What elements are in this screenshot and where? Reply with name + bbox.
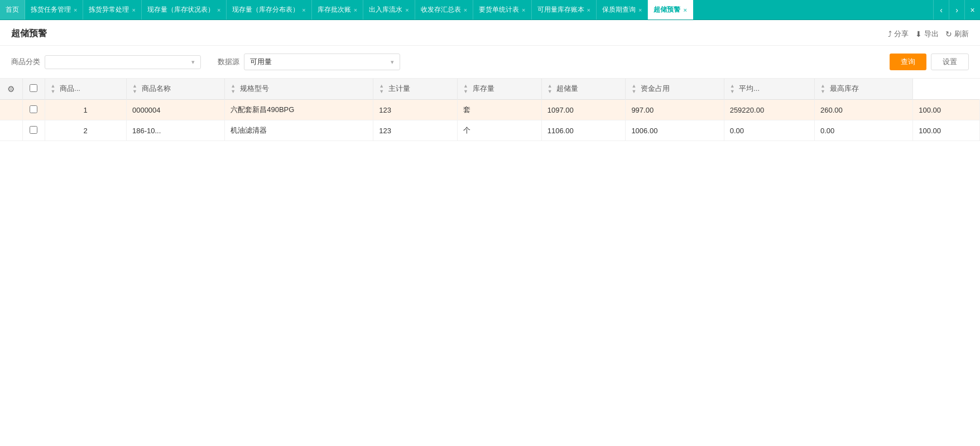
export-button[interactable]: ⬇ 导出 [915, 29, 939, 39]
col-product-name-label: 商品名称 [142, 84, 171, 93]
row-product-code: 0000004 [126, 100, 224, 120]
row-checkbox[interactable] [30, 126, 37, 134]
sort-arrows-stock: ▲▼ [463, 84, 468, 94]
share-label: 分享 [894, 29, 909, 39]
settings-gear-icon[interactable]: ⚙ [7, 84, 15, 94]
share-button[interactable]: ⤴ 分享 [888, 29, 909, 39]
category-filter-group: 商品分类 ▾ [11, 55, 201, 69]
row-capital: 259220.00 [724, 100, 814, 120]
share-icon: ⤴ [888, 30, 892, 38]
nav-item-close-icon[interactable]: × [132, 7, 135, 13]
row-over-stock: 997.00 [626, 100, 724, 120]
filter-actions: 查询 设置 [890, 54, 969, 70]
nav-arrows: ‹ › × [933, 0, 980, 20]
table-wrapper: ⚙ ▲▼ 商品... ▲▼ 商品名称 ▲▼ 规格型号 [0, 79, 980, 141]
nav-item-close-icon[interactable]: × [464, 7, 467, 13]
col-avg[interactable]: ▲▼ 平均... [724, 79, 814, 100]
nav-item-close-icon[interactable]: × [354, 7, 357, 13]
datasource-value: 可用量 [250, 57, 272, 67]
nav-item[interactable]: 现存量（库存分布表） × [227, 0, 311, 20]
col-unit[interactable]: ▲▼ 主计量 [373, 79, 458, 100]
row-checkbox[interactable] [30, 105, 37, 113]
col-stock-label: 库存量 [473, 84, 494, 93]
col-over-stock[interactable]: ▲▼ 超储量 [541, 79, 626, 100]
nav-item[interactable]: 拣货异常处理 × [83, 0, 141, 20]
table-row: 2186-10...机油滤清器123个1106.001006.000.000.0… [0, 120, 980, 141]
query-button[interactable]: 查询 [890, 54, 926, 70]
top-navigation: 首页拣货任务管理 ×拣货异常处理 ×现存量（库存状况表） ×现存量（库存分布表）… [0, 0, 980, 20]
nav-item-close-icon[interactable]: × [405, 7, 409, 13]
page-title: 超储预警 [11, 28, 47, 40]
col-settings: ⚙ [0, 79, 22, 100]
col-max-stock[interactable]: ▲▼ 最高库存 [814, 79, 912, 100]
sort-arrows-unit: ▲▼ [379, 84, 384, 94]
row-unit: 套 [458, 100, 542, 120]
nav-item[interactable]: 超储预警 × [648, 0, 693, 20]
category-chevron-icon: ▾ [191, 59, 195, 66]
refresh-label: 刷新 [954, 29, 969, 39]
datasource-chevron-icon: ▾ [391, 59, 394, 66]
table-header-row: ⚙ ▲▼ 商品... ▲▼ 商品名称 ▲▼ 规格型号 [0, 79, 980, 100]
row-avg: 260.00 [814, 100, 912, 120]
nav-item[interactable]: 拣货任务管理 × [25, 0, 83, 20]
nav-item[interactable]: 库存批次账 × [312, 0, 363, 20]
row-product-code: 186-10... [126, 120, 224, 141]
row-max-stock: 100.00 [913, 120, 980, 141]
sort-arrows-over-stock: ▲▼ [547, 84, 553, 94]
col-product-name[interactable]: ▲▼ 商品名称 [126, 79, 224, 100]
table-body: 10000004六配套新昌490BPG123套1097.00997.002592… [0, 100, 980, 141]
row-settings-placeholder [0, 100, 22, 120]
row-checkbox-cell[interactable] [22, 120, 45, 141]
settings-button[interactable]: 设置 [931, 54, 969, 70]
col-stock[interactable]: ▲▼ 库存量 [458, 79, 542, 100]
nav-item-close-icon[interactable]: × [217, 7, 220, 13]
nav-item[interactable]: 收发存汇总表 × [415, 0, 473, 20]
row-spec: 123 [373, 120, 458, 141]
col-product-code-label: 商品... [60, 84, 80, 93]
row-product-name: 机油滤清器 [225, 120, 373, 141]
datasource-filter-group: 数据源 可用量 ▾ [218, 54, 400, 70]
nav-item-close-icon[interactable]: × [638, 7, 642, 13]
row-max-stock: 100.00 [913, 100, 980, 120]
nav-item[interactable]: 出入库流水 × [363, 0, 415, 20]
category-label: 商品分类 [11, 57, 40, 67]
nav-item-close-icon[interactable]: × [302, 7, 305, 13]
row-spec: 123 [373, 100, 458, 120]
nav-item-close-icon[interactable]: × [74, 7, 77, 13]
row-avg: 0.00 [814, 120, 912, 141]
sort-arrows-avg: ▲▼ [730, 84, 735, 94]
sort-arrows-product-code: ▲▼ [51, 84, 56, 94]
col-checkbox-header [22, 79, 45, 100]
nav-prev-arrow[interactable]: ‹ [933, 0, 949, 20]
nav-item[interactable]: 要货单统计表 × [473, 0, 531, 20]
col-spec[interactable]: ▲▼ 规格型号 [225, 79, 373, 100]
col-capital[interactable]: ▲▼ 资金占用 [626, 79, 724, 100]
row-over-stock: 1006.00 [626, 120, 724, 141]
row-checkbox-cell[interactable] [22, 100, 45, 120]
nav-item[interactable]: 首页 [0, 0, 25, 20]
refresh-button[interactable]: ↻ 刷新 [945, 29, 969, 39]
nav-close-arrow[interactable]: × [964, 0, 980, 20]
nav-item[interactable]: 可用量库存账本 × [532, 0, 597, 20]
nav-item[interactable]: 保质期查询 × [597, 0, 648, 20]
datasource-select[interactable]: 可用量 ▾ [244, 54, 400, 70]
sort-arrows-capital: ▲▼ [631, 84, 636, 94]
row-stock: 1097.00 [541, 100, 626, 120]
refresh-icon: ↻ [945, 30, 952, 38]
nav-item[interactable]: 现存量（库存状况表） × [142, 0, 227, 20]
nav-item-close-icon[interactable]: × [683, 7, 686, 13]
category-select[interactable]: ▾ [45, 55, 201, 69]
nav-item-close-icon[interactable]: × [522, 7, 525, 13]
data-table: ⚙ ▲▼ 商品... ▲▼ 商品名称 ▲▼ 规格型号 [0, 79, 980, 141]
nav-next-arrow[interactable]: › [949, 0, 964, 20]
export-icon: ⬇ [915, 30, 922, 38]
row-capital: 0.00 [724, 120, 814, 141]
page-container: 超储预警 ⤴ 分享 ⬇ 导出 ↻ 刷新 商品分类 ▾ 数据源 [0, 20, 980, 446]
row-settings-placeholder [0, 120, 22, 141]
col-spec-label: 规格型号 [240, 84, 269, 93]
nav-item-close-icon[interactable]: × [587, 7, 590, 13]
header-actions: ⤴ 分享 ⬇ 导出 ↻ 刷新 [888, 29, 969, 39]
select-all-checkbox[interactable] [30, 84, 37, 92]
col-product-code[interactable]: ▲▼ 商品... [45, 79, 126, 100]
sort-arrows-product-name: ▲▼ [132, 84, 137, 94]
